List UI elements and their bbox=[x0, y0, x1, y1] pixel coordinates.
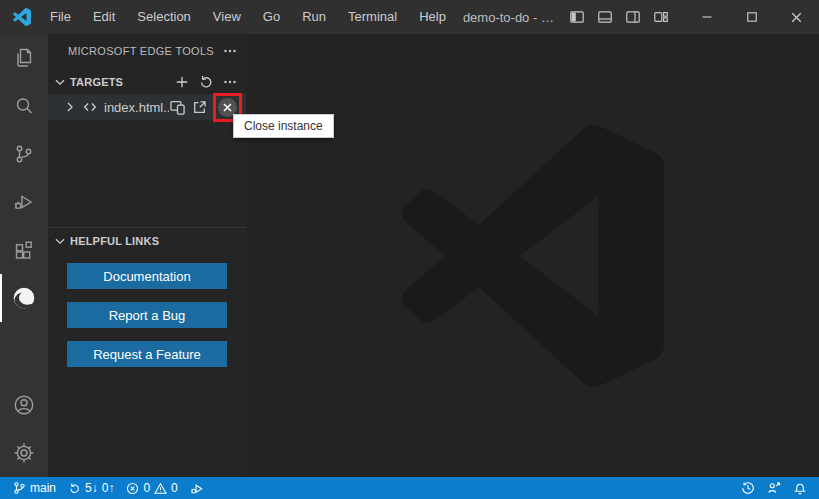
edge-tools-panel: MICROSOFT EDGE TOOLS TARGETS bbox=[48, 34, 246, 477]
device-emulation-icon[interactable] bbox=[169, 99, 186, 116]
notifications-status-item[interactable] bbox=[787, 477, 813, 499]
menu-run[interactable]: Run bbox=[291, 0, 337, 34]
edge-tools-icon[interactable] bbox=[0, 274, 48, 322]
chevron-down-icon bbox=[52, 233, 68, 249]
branch-name: main bbox=[30, 481, 56, 495]
sync-icon bbox=[68, 482, 81, 495]
source-control-icon[interactable] bbox=[0, 130, 48, 178]
panel-title: MICROSOFT EDGE TOOLS bbox=[68, 45, 222, 57]
menu-file[interactable]: File bbox=[39, 0, 82, 34]
targets-label: TARGETS bbox=[70, 76, 174, 88]
toggle-secondary-sidebar-icon[interactable] bbox=[624, 8, 642, 26]
sync-status-item[interactable]: 5↓ 0↑ bbox=[62, 477, 120, 499]
warning-icon bbox=[154, 482, 167, 495]
debug-status-item[interactable] bbox=[184, 477, 211, 499]
bell-icon bbox=[793, 481, 807, 495]
menu-edit[interactable]: Edit bbox=[82, 0, 126, 34]
settings-gear-icon[interactable] bbox=[0, 429, 48, 477]
toggle-sidebar-icon[interactable] bbox=[568, 8, 586, 26]
menu-terminal[interactable]: Terminal bbox=[337, 0, 408, 34]
maximize-button[interactable] bbox=[729, 0, 774, 34]
minimize-button[interactable] bbox=[684, 0, 729, 34]
customize-layout-icon[interactable] bbox=[652, 8, 670, 26]
more-icon[interactable] bbox=[222, 74, 238, 90]
problems-status-item[interactable]: 0 0 bbox=[120, 477, 183, 499]
add-target-icon[interactable] bbox=[174, 74, 190, 90]
status-bar: main 5↓ 0↑ 0 0 bbox=[0, 477, 819, 499]
branch-icon bbox=[12, 481, 26, 495]
helpful-links-label: HELPFUL LINKS bbox=[70, 235, 238, 247]
window-controls bbox=[684, 0, 819, 34]
menu-help[interactable]: Help bbox=[408, 0, 457, 34]
documentation-button[interactable]: Documentation bbox=[67, 263, 227, 289]
chevron-down-icon bbox=[52, 74, 68, 90]
error-count: 0 bbox=[143, 481, 150, 495]
chevron-right-icon[interactable] bbox=[62, 99, 78, 115]
error-icon bbox=[126, 482, 139, 495]
sync-incoming: 5↓ bbox=[85, 481, 98, 495]
title-bar: File Edit Selection View Go Run Terminal… bbox=[0, 0, 819, 34]
activity-bar bbox=[0, 34, 48, 477]
code-icon bbox=[82, 99, 98, 115]
window-title: demo-to-do - Visual Studio C... bbox=[457, 10, 568, 25]
history-icon bbox=[741, 481, 755, 495]
more-actions-icon[interactable] bbox=[222, 43, 238, 59]
feedback-status-item[interactable] bbox=[761, 477, 787, 499]
target-label: index.html... bbox=[104, 100, 169, 115]
menu-go[interactable]: Go bbox=[252, 0, 291, 34]
feedback-icon bbox=[767, 481, 781, 495]
history-status-item[interactable] bbox=[735, 477, 761, 499]
request-feature-button[interactable]: Request a Feature bbox=[67, 341, 227, 367]
sync-outgoing: 0↑ bbox=[102, 481, 115, 495]
branch-status-item[interactable]: main bbox=[6, 477, 62, 499]
debug-status-icon bbox=[190, 481, 205, 496]
explorer-icon[interactable] bbox=[0, 34, 48, 82]
menu-selection[interactable]: Selection bbox=[126, 0, 201, 34]
open-browser-icon[interactable] bbox=[191, 99, 208, 116]
close-instance-tooltip: Close instance bbox=[233, 114, 334, 138]
close-window-button[interactable] bbox=[774, 0, 819, 34]
menu-view[interactable]: View bbox=[202, 0, 252, 34]
accounts-icon[interactable] bbox=[0, 381, 48, 429]
report-bug-button[interactable]: Report a Bug bbox=[67, 302, 227, 328]
extensions-icon[interactable] bbox=[0, 226, 48, 274]
toggle-panel-icon[interactable] bbox=[596, 8, 614, 26]
target-row-index-html[interactable]: index.html... bbox=[48, 94, 246, 120]
vscode-window: File Edit Selection View Go Run Terminal… bbox=[0, 0, 819, 499]
vscode-watermark-icon bbox=[402, 125, 664, 387]
warning-count: 0 bbox=[171, 481, 178, 495]
refresh-icon[interactable] bbox=[198, 74, 214, 90]
menu-bar: File Edit Selection View Go Run Terminal… bbox=[39, 0, 457, 34]
editor-area bbox=[246, 34, 819, 477]
helpful-links-header[interactable]: HELPFUL LINKS bbox=[48, 229, 246, 253]
helpful-links-section: HELPFUL LINKS Documentation Report a Bug… bbox=[48, 227, 246, 380]
search-icon[interactable] bbox=[0, 82, 48, 130]
vscode-logo-icon bbox=[13, 8, 31, 26]
targets-section-header[interactable]: TARGETS bbox=[48, 70, 246, 94]
run-debug-icon[interactable] bbox=[0, 178, 48, 226]
